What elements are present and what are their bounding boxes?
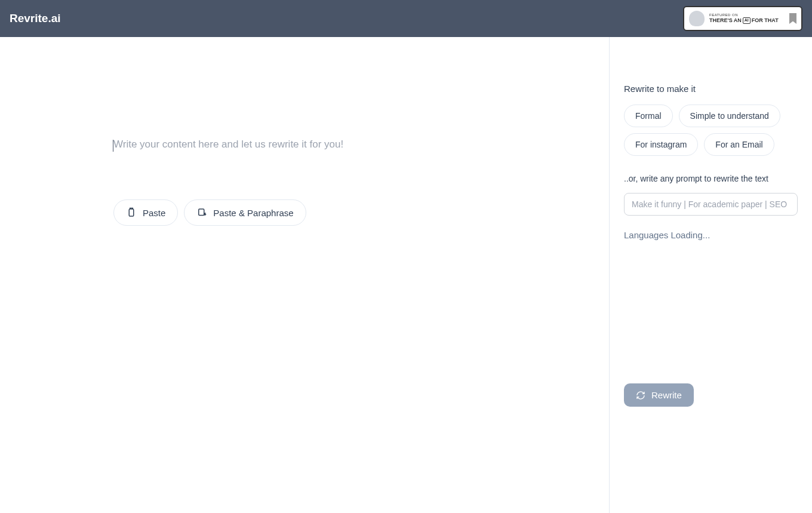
editor-actions: Paste Paste & Paraphrase <box>113 199 609 226</box>
clipboard-icon <box>126 207 137 218</box>
paste-paraphrase-button[interactable]: Paste & Paraphrase <box>184 199 306 226</box>
badge-featured-text: FEATURED ON <box>709 13 785 17</box>
rewrite-button-label: Rewrite <box>651 390 682 400</box>
badge-ai-box: AI <box>743 17 751 23</box>
svg-rect-1 <box>199 209 204 216</box>
svg-rect-0 <box>129 209 134 216</box>
arm-icon <box>689 11 705 26</box>
preset-simple[interactable]: Simple to understand <box>679 105 780 127</box>
refresh-icon <box>636 391 645 400</box>
preset-formal[interactable]: Formal <box>624 105 673 127</box>
languages-loading: Languages Loading... <box>624 230 798 240</box>
prompt-label: ..or, write any prompt to rewrite the te… <box>624 174 798 183</box>
prompt-input[interactable] <box>624 193 798 216</box>
featured-badge[interactable]: FEATURED ON THERE'S AN AI FOR THAT <box>683 6 802 31</box>
options-sidebar: Rewrite to make it Formal Simple to unde… <box>609 37 812 513</box>
main-content: Write your content here and let us rewri… <box>0 37 812 513</box>
preset-email[interactable]: For an Email <box>704 133 774 156</box>
paste-paraphrase-label: Paste & Paraphrase <box>213 208 293 218</box>
editor-area: Write your content here and let us rewri… <box>0 37 609 513</box>
content-placeholder: Write your content here and let us rewri… <box>113 139 343 150</box>
clipboard-plus-icon <box>196 207 207 218</box>
paste-button[interactable]: Paste <box>113 199 178 226</box>
paste-label: Paste <box>143 208 165 218</box>
badge-main-text: THERE'S AN AI FOR THAT <box>709 17 785 24</box>
app-header: Revrite.ai FEATURED ON THERE'S AN AI FOR… <box>0 0 812 37</box>
badge-for-that: FOR THAT <box>752 17 779 24</box>
preset-instagram[interactable]: For instagram <box>624 133 698 156</box>
app-logo[interactable]: Revrite.ai <box>10 12 61 25</box>
text-cursor <box>113 140 113 152</box>
badge-theres-an: THERE'S AN <box>709 17 742 24</box>
rewrite-button[interactable]: Rewrite <box>624 383 694 407</box>
preset-buttons: Formal Simple to understand For instagra… <box>624 105 798 156</box>
content-input[interactable]: Write your content here and let us rewri… <box>113 139 609 150</box>
bookmark-icon <box>789 13 796 24</box>
badge-text: FEATURED ON THERE'S AN AI FOR THAT <box>709 13 785 24</box>
rewrite-section-title: Rewrite to make it <box>624 84 798 94</box>
